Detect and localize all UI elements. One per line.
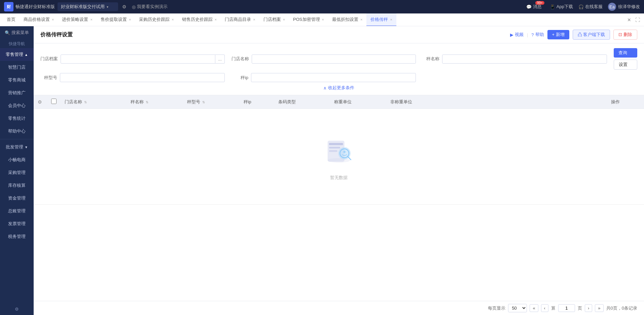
sidebar-item-help[interactable]: 帮助中心	[0, 125, 34, 138]
sidebar-item-finance[interactable]: 资金管理	[0, 192, 34, 205]
close-icon[interactable]: ×	[172, 18, 174, 22]
sidebar-item-invoice[interactable]: 发票管理	[0, 217, 34, 230]
sidebar-item-retail[interactable]: 零售管理 ▲	[0, 48, 34, 61]
close-icon[interactable]: ×	[390, 18, 392, 22]
last-page-button[interactable]: »	[595, 304, 603, 312]
delete-button[interactable]: ⊡ 删除	[613, 30, 637, 40]
help-link[interactable]: ? 帮助	[531, 32, 544, 38]
table-head: ⚙ 门店名称 ⇅ 秤名称 ⇅	[34, 95, 644, 109]
user-item[interactable]: Ea 徐泽华修改	[608, 3, 640, 11]
sidebar-label: 批发管理	[6, 144, 23, 150]
sidebar-item-online-store[interactable]: 零售商城	[0, 74, 34, 86]
th-non-weight-unit: 非称重单位	[386, 95, 607, 109]
sidebar-item-purchase[interactable]: 采购管理	[0, 166, 34, 179]
help-link-text: 帮助	[535, 32, 544, 38]
version-selector[interactable]: 好业财标准版交付试用 ▾	[58, 2, 118, 11]
first-page-button[interactable]: «	[530, 304, 538, 312]
video-link[interactable]: ▶ 视频	[510, 32, 524, 38]
page-label: 算	[551, 305, 556, 311]
help-icon: ?	[531, 32, 534, 37]
close-icon[interactable]: ×	[283, 18, 285, 22]
maximize-icon[interactable]: ⛶	[634, 16, 641, 24]
sidebar-search[interactable]: 🔍 搜索菜单	[0, 26, 34, 39]
sidebar-item-marketing[interactable]: 营销推广	[0, 86, 34, 99]
demo-link[interactable]: ◎ 我要看实例演示	[132, 4, 168, 10]
pagination-bar: 每页显示 50 10 20 100 « ‹ 算 页 › » 共0页，0条记录	[34, 301, 644, 315]
prev-page-button[interactable]: ‹	[541, 304, 548, 312]
sidebar-item-smart-store[interactable]: 智慧门店	[0, 61, 34, 74]
online-service-item[interactable]: 🎧 在线客服	[578, 4, 603, 10]
next-page-button[interactable]: ›	[585, 304, 592, 312]
close-icon[interactable]: ×	[360, 18, 362, 22]
top-bar-right: 💬 消息 99+ 📱 App下载 🎧 在线客服 Ea 徐泽华修改	[526, 3, 640, 11]
sidebar-label: 帮助中心	[8, 128, 26, 134]
tab-pos-management[interactable]: POS加密管理 ×	[289, 13, 328, 26]
sidebar-item-mini-ecom[interactable]: 小畅电商	[0, 153, 34, 166]
tab-store-catalog[interactable]: 门店商品目录 ×	[221, 13, 259, 26]
sidebar-item-tax[interactable]: 税务管理	[0, 230, 34, 243]
sidebar-item-wholesale[interactable]: 批发管理 ▼	[0, 141, 34, 153]
sidebar-gear[interactable]: ⚙	[0, 303, 34, 315]
app-download-label: App下载	[557, 4, 573, 10]
main-layout: 🔍 搜索菜单 快捷导航 零售管理 ▲ 智慧门店 零售商城 营销推广 会员中心 零…	[0, 26, 644, 315]
collapse-label: 收起更多条件	[328, 85, 354, 91]
sidebar-item-ledger[interactable]: 总账管理	[0, 205, 34, 217]
close-icon[interactable]: ×	[90, 18, 92, 22]
download-button[interactable]: 凸 客户端下载	[573, 30, 610, 40]
tab-bar-actions: ✕ ⛶	[626, 16, 641, 24]
tab-purchase-strategy[interactable]: 进价策略设置 ×	[58, 13, 96, 26]
close-icon[interactable]: ×	[215, 18, 217, 22]
settings-button[interactable]: 设置	[614, 60, 637, 70]
store-name-input[interactable]	[252, 55, 416, 64]
app-download-item[interactable]: 📱 App下载	[550, 4, 573, 10]
page-size-select[interactable]: 50 10 20 100	[508, 304, 527, 312]
tab-bar: 首页 商品价格设置 × 进价策略设置 × 售价提取设置 × 采购历史价跟踪 × …	[0, 13, 644, 26]
sidebar-item-retail-stats[interactable]: 零售统计	[0, 112, 34, 125]
add-button[interactable]: + 新增	[547, 30, 569, 39]
tab-purchase-history[interactable]: 采购历史价跟踪 ×	[135, 13, 178, 26]
sidebar-label: 智慧门店	[8, 64, 26, 70]
data-table: ⚙ 门店名称 ⇅ 秤名称 ⇅	[34, 95, 644, 205]
sidebar-divider	[0, 139, 34, 139]
app-download-icon: 📱	[550, 4, 555, 9]
collapse-button[interactable]: ∧ 收起更多条件	[40, 83, 637, 92]
user-name: 徐泽华修改	[618, 4, 640, 10]
sort-icon: ⇅	[84, 100, 87, 104]
chevron-up-icon: ∧	[323, 85, 327, 91]
store-archive-input[interactable]	[61, 55, 215, 64]
sidebar-item-member[interactable]: 会员中心	[0, 99, 34, 112]
scale-name-input[interactable]	[442, 55, 607, 64]
close-icon[interactable]: ×	[322, 18, 324, 22]
content-area: 价格传秤设置 ▶ 视频 | ? 帮助 + 新增 凸 客户端下载 ⊡ 删除	[34, 26, 644, 315]
select-all-checkbox[interactable]	[51, 99, 57, 104]
messages-item[interactable]: 💬 消息 99+	[526, 4, 542, 10]
table-settings-icon[interactable]: ⚙	[38, 99, 42, 105]
scale-model-input[interactable]	[60, 73, 225, 82]
page-number-input[interactable]	[558, 304, 575, 312]
tab-sale-price[interactable]: 售价提取设置 ×	[97, 13, 135, 26]
demo-icon: ◎	[132, 4, 136, 9]
sidebar-label: 发票管理	[8, 221, 26, 227]
sidebar-item-inventory[interactable]: 库存核算	[0, 179, 34, 192]
tab-price-settings[interactable]: 商品价格设置 ×	[20, 13, 58, 26]
close-icon[interactable]: ×	[52, 18, 54, 22]
svg-rect-2	[329, 143, 343, 145]
close-window-icon[interactable]: ✕	[626, 16, 633, 24]
query-button[interactable]: 查询	[614, 48, 637, 58]
close-icon[interactable]: ×	[129, 18, 131, 22]
scale-ip-input[interactable]	[251, 73, 416, 82]
tab-min-discount[interactable]: 最低折扣设置 ×	[328, 13, 366, 26]
close-icon[interactable]: ×	[253, 18, 255, 22]
tab-price-transfer[interactable]: 价格传秤 ×	[366, 13, 396, 26]
chevron-down-icon: ▾	[107, 5, 108, 9]
demo-link-text: 我要看实例演示	[137, 4, 168, 10]
tab-sales-history[interactable]: 销售历史价跟踪 ×	[178, 13, 221, 26]
filter-section: 门店档案 ... 门店名称 秤名称 查询 设置	[34, 43, 644, 95]
tab-home[interactable]: 首页	[3, 13, 20, 26]
settings-icon[interactable]: ⚙	[121, 3, 128, 11]
tab-store-archive[interactable]: 门店档案 ×	[259, 13, 289, 26]
online-service-label: 在线客服	[585, 4, 603, 10]
empty-row: 暂无数据	[34, 109, 644, 205]
store-archive-dots-button[interactable]: ...	[215, 55, 225, 64]
sidebar-label: 税务管理	[8, 234, 26, 240]
